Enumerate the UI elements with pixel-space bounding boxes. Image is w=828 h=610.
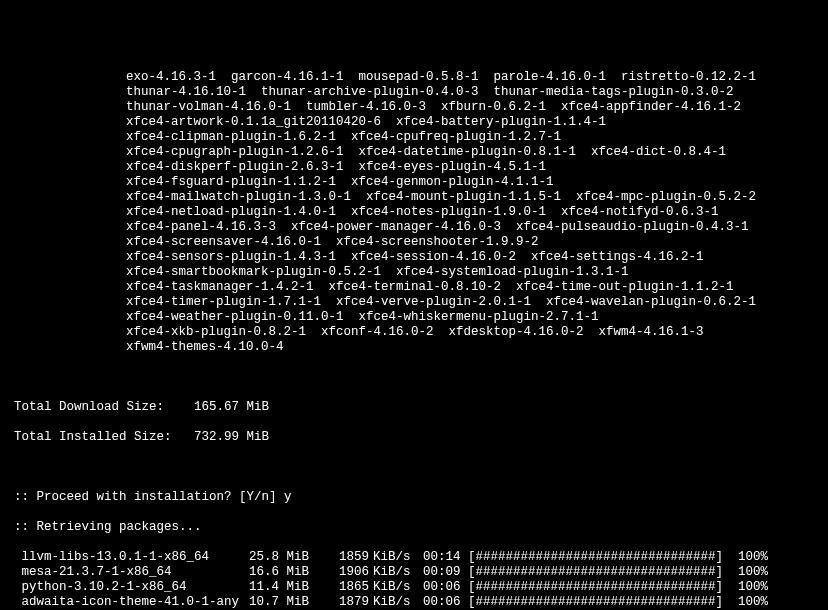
download-size: 10.7 MiB xyxy=(234,595,309,610)
blank-line xyxy=(14,460,828,475)
progress-bar: [################################] xyxy=(468,595,723,610)
package-line: thunar-volman-4.16.0-1 tumbler-4.16.0-3 … xyxy=(126,100,828,115)
download-size: 25.8 MiB xyxy=(234,550,309,565)
package-line: xfwm4-themes-4.10.0-4 xyxy=(126,340,828,355)
progress-bar: [################################] xyxy=(468,580,723,595)
package-line: xfce4-taskmanager-1.4.2-1 xfce4-terminal… xyxy=(126,280,828,295)
package-line: xfce4-fsguard-plugin-1.1.2-1 xfce4-genmo… xyxy=(126,175,828,190)
package-line: thunar-4.16.10-1 thunar-archive-plugin-0… xyxy=(126,85,828,100)
rate-unit: KiB/s xyxy=(369,580,423,595)
download-time: 00:06 xyxy=(423,595,468,610)
download-size: 11.4 MiB xyxy=(234,580,309,595)
package-line: xfce4-netload-plugin-1.4.0-1 xfce4-notes… xyxy=(126,205,828,220)
download-size: 16.6 MiB xyxy=(234,565,309,580)
package-line: xfce4-cpugraph-plugin-1.2.6-1 xfce4-date… xyxy=(126,145,828,160)
download-row: mesa-21.3.7-1-x86_6416.6 MiB1906KiB/s 00… xyxy=(14,565,828,580)
package-line: xfce4-diskperf-plugin-2.6.3-1 xfce4-eyes… xyxy=(126,160,828,175)
download-rate: 1859 xyxy=(309,550,369,565)
package-line: xfce4-artwork-0.1.1a_git20110420-6 xfce4… xyxy=(126,115,828,130)
retrieving-header: :: Retrieving packages... xyxy=(14,520,828,535)
download-name: llvm-libs-13.0.1-1-x86_64 xyxy=(14,550,234,565)
download-percent: 100% xyxy=(723,595,768,610)
proceed-prompt[interactable]: :: Proceed with installation? [Y/n] y xyxy=(14,490,828,505)
download-rate: 1879 xyxy=(309,595,369,610)
rate-unit: KiB/s xyxy=(369,565,423,580)
total-installed: Total Installed Size: 732.99 MiB xyxy=(14,430,828,445)
download-rate: 1906 xyxy=(309,565,369,580)
download-time: 00:09 xyxy=(423,565,468,580)
download-row: python-3.10.2-1-x86_6411.4 MiB1865KiB/s … xyxy=(14,580,828,595)
total-download: Total Download Size: 165.67 MiB xyxy=(14,400,828,415)
download-row: llvm-libs-13.0.1-1-x86_6425.8 MiB1859KiB… xyxy=(14,550,828,565)
progress-bar: [################################] xyxy=(468,550,723,565)
package-line: xfce4-xkb-plugin-0.8.2-1 xfconf-4.16.0-2… xyxy=(126,325,828,340)
package-line: xfce4-weather-plugin-0.11.0-1 xfce4-whis… xyxy=(126,310,828,325)
package-line: exo-4.16.3-1 garcon-4.16.1-1 mousepad-0.… xyxy=(126,70,828,85)
download-name: adwaita-icon-theme-41.0-1-any xyxy=(14,595,234,610)
package-line: xfce4-mailwatch-plugin-1.3.0-1 xfce4-mou… xyxy=(126,190,828,205)
package-list: exo-4.16.3-1 garcon-4.16.1-1 mousepad-0.… xyxy=(14,70,828,355)
progress-bar: [################################] xyxy=(468,565,723,580)
rate-unit: KiB/s xyxy=(369,595,423,610)
download-progress-list: llvm-libs-13.0.1-1-x86_6425.8 MiB1859KiB… xyxy=(14,550,828,610)
download-row: adwaita-icon-theme-41.0-1-any10.7 MiB187… xyxy=(14,595,828,610)
package-line: xfce4-timer-plugin-1.7.1-1 xfce4-verve-p… xyxy=(126,295,828,310)
download-percent: 100% xyxy=(723,565,768,580)
package-line: xfce4-sensors-plugin-1.4.3-1 xfce4-sessi… xyxy=(126,250,828,265)
download-name: python-3.10.2-1-x86_64 xyxy=(14,580,234,595)
rate-unit: KiB/s xyxy=(369,550,423,565)
download-percent: 100% xyxy=(723,550,768,565)
blank-line xyxy=(14,370,828,385)
download-percent: 100% xyxy=(723,580,768,595)
package-line: xfce4-clipman-plugin-1.6.2-1 xfce4-cpufr… xyxy=(126,130,828,145)
download-name: mesa-21.3.7-1-x86_64 xyxy=(14,565,234,580)
package-line: xfce4-panel-4.16.3-3 xfce4-power-manager… xyxy=(126,220,828,235)
package-line: xfce4-smartbookmark-plugin-0.5.2-1 xfce4… xyxy=(126,265,828,280)
download-time: 00:14 xyxy=(423,550,468,565)
package-line: xfce4-screensaver-4.16.0-1 xfce4-screens… xyxy=(126,235,828,250)
download-time: 00:06 xyxy=(423,580,468,595)
download-rate: 1865 xyxy=(309,580,369,595)
